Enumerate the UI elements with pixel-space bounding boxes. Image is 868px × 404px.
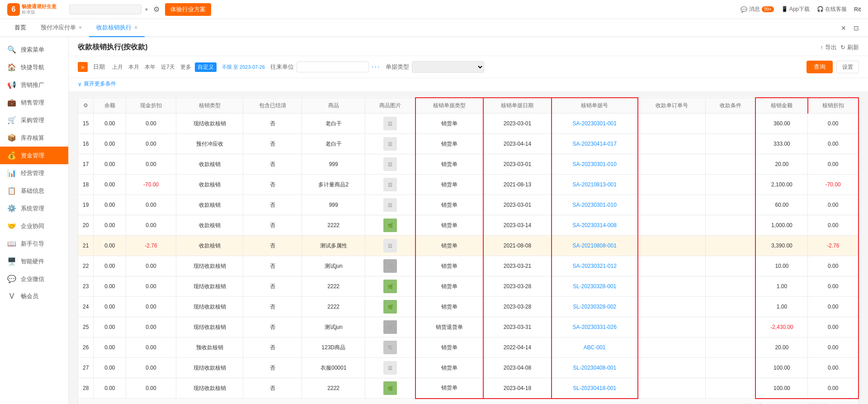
settings-icon[interactable]: ⚙ (151, 3, 161, 15)
bill-no-link[interactable]: SA-20210808-001 (572, 242, 616, 249)
bill-no-link[interactable]: SA-20230301-010 (572, 202, 616, 208)
row-cash-discount: -2.76 (126, 236, 176, 256)
bill-no-link[interactable]: SA-20230414-017 (572, 141, 616, 147)
bill-no-link[interactable]: SL-20230418-001 (573, 385, 616, 391)
row-no: 15 (78, 114, 94, 134)
bill-no-link[interactable]: SL-20230408-001 (573, 365, 616, 371)
sidebar-item-guide[interactable]: 📖 新手引导 (0, 235, 68, 252)
sidebar-item-basic[interactable]: 📋 基础信息 (0, 182, 68, 200)
bill-type-select[interactable] (412, 61, 484, 73)
sidebar-item-shortcut[interactable]: 🏠 快捷导航 (0, 58, 68, 76)
th-cash-discount: 现金折扣 (126, 98, 176, 114)
date-label: 日期 (93, 63, 105, 71)
bill-no-link[interactable]: SA-20230301-001 (572, 120, 616, 127)
this-month-btn[interactable]: 本月 (127, 62, 141, 72)
close-tab-receipt[interactable]: × (134, 24, 137, 31)
row-write-off-bill-date: 2022-04-14 (483, 337, 551, 358)
product-image: 🖼 (383, 137, 397, 151)
messages-btn[interactable]: 💬 消息 99+ (741, 5, 774, 13)
app-download-btn[interactable]: 📱 App下载 (781, 5, 810, 13)
export-btn[interactable]: ↑ 导出 (821, 43, 837, 52)
sidebar-item-enterprise[interactable]: 🤝 企业协同 (0, 217, 68, 235)
row-no: 27 (78, 358, 94, 378)
sidebar-item-member[interactable]: V 畅会员 (0, 288, 68, 305)
industry-btn[interactable]: 体验行业方案 (165, 3, 211, 16)
filter-expand-btn[interactable]: » (78, 62, 88, 72)
bill-no-link[interactable]: SA-20230321-012 (572, 263, 616, 269)
maximize-btn[interactable]: ⊡ (852, 23, 861, 33)
sidebar-item-sales[interactable]: 💼 销售管理 (0, 94, 68, 111)
row-write-off-bill-no: SA-20230301-010 (552, 195, 638, 215)
row-cash-discount: -70.00 (126, 175, 176, 195)
table-row: 23 0.00 0.00 现结收款核销 否 2222 🌿 销货单 2023-03… (78, 276, 859, 297)
row-write-off-amount: 333.00 (755, 134, 808, 154)
close-tab-prepay[interactable]: × (79, 24, 82, 31)
bill-no-link[interactable]: SL-20230328-002 (573, 304, 616, 310)
th-gear[interactable]: ⚙ (78, 98, 94, 114)
top-bar-right: 💬 消息 99+ 📱 App下载 🎧 在线客服 Rit (741, 5, 861, 13)
row-no: 25 (78, 317, 94, 337)
row-product: 2222 (302, 276, 365, 297)
row-receipt-condition (705, 276, 755, 297)
row-receipt-order-no (638, 358, 706, 378)
bill-no-link[interactable]: SL-20230328-001 (573, 283, 616, 290)
row-write-off-amount: 1.00 (755, 276, 808, 297)
from-unit-more-btn[interactable]: ··· (372, 63, 380, 71)
row-write-off-bill-no: SA-20230414-017 (552, 134, 638, 154)
custom-date-btn[interactable]: 自定义 (195, 62, 217, 72)
row-receipt-condition (705, 195, 755, 215)
query-btn[interactable]: 查询 (807, 61, 833, 73)
bill-no-link[interactable]: ABC-001 (584, 344, 606, 351)
th-balance: 余额 (94, 98, 126, 114)
row-write-off-discount: 0.00 (808, 276, 859, 297)
sidebar-item-search[interactable]: 🔍 搜索菜单 (0, 41, 68, 58)
bill-no-link[interactable]: SA-20230301-010 (572, 161, 616, 167)
bill-no-link[interactable]: SA-20230314-008 (572, 222, 616, 228)
online-service-btn[interactable]: 🎧 在线客服 (817, 5, 847, 13)
settings-btn[interactable]: 设置 (836, 61, 859, 73)
more-date-btn[interactable]: 更多 (179, 62, 193, 72)
from-unit-field: 往来单位 ··· (270, 62, 380, 72)
this-year-btn[interactable]: 本年 (143, 62, 157, 72)
message-icon: 💬 (741, 6, 747, 13)
sidebar-item-finance[interactable]: 💰 资金管理 (0, 147, 68, 164)
row-included-settled: 否 (243, 297, 302, 317)
row-write-off-bill-type: 销货单 (415, 256, 483, 276)
row-included-settled: 否 (243, 317, 302, 337)
search-input[interactable] (69, 5, 142, 14)
expand-conditions-btn[interactable]: ∨ 展开更多条件 (78, 80, 116, 88)
from-unit-input[interactable] (297, 62, 369, 72)
sidebar-item-wechat[interactable]: 💬 企业微信 (0, 270, 68, 288)
row-write-off-type: 现结收款核销 (176, 378, 243, 399)
last-month-btn[interactable]: 上月 (110, 62, 125, 72)
row-write-off-discount: 0.00 (808, 297, 859, 317)
sidebar-item-hardware[interactable]: 🖥️ 智能硬件 (0, 252, 68, 270)
refresh-icon: ↻ (840, 44, 845, 51)
row-product: 测试jun (302, 317, 365, 337)
tab-receipt[interactable]: 收款核销执行 × (89, 19, 145, 37)
refresh-btn[interactable]: ↻ 刷新 (840, 43, 859, 52)
row-write-off-type: 现结收款核销 (176, 297, 243, 317)
row-no: 20 (78, 215, 94, 236)
sidebar-item-operations[interactable]: 📊 经营管理 (0, 164, 68, 182)
sidebar-item-marketing[interactable]: 📢 营销推广 (0, 76, 68, 94)
sidebar-item-purchase[interactable]: 🛒 采购管理 (0, 111, 68, 129)
row-included-settled: 否 (243, 358, 302, 378)
tab-prepay[interactable]: 预付冲应付单 × (33, 19, 89, 37)
close-all-tabs-btn[interactable]: ✕ (839, 23, 848, 33)
sales-icon: 💼 (7, 98, 16, 107)
user-name[interactable]: Rit (854, 6, 861, 13)
table-row: 17 0.00 0.00 收款核销 否 999 🖼 销货单 2023-03-01… (78, 154, 859, 175)
row-receipt-order-no (638, 114, 706, 134)
th-write-off-discount: 核销折扣 (808, 98, 859, 114)
sidebar-item-system[interactable]: ⚙️ 系统管理 (0, 200, 68, 217)
row-write-off-bill-no: SA-20210808-001 (552, 236, 638, 256)
bill-no-link[interactable]: SA-20230331-026 (572, 324, 616, 330)
last-7days-btn[interactable]: 近7天 (159, 62, 177, 72)
row-product-image: 🖼 (365, 114, 415, 134)
row-write-off-discount: 0.00 (808, 378, 859, 399)
row-write-off-amount: 60.00 (755, 195, 808, 215)
sidebar-item-inventory[interactable]: 📦 库存核算 (0, 129, 68, 147)
tab-home[interactable]: 首页 (7, 19, 33, 37)
bill-no-link[interactable]: SA-20210813-001 (572, 181, 616, 188)
